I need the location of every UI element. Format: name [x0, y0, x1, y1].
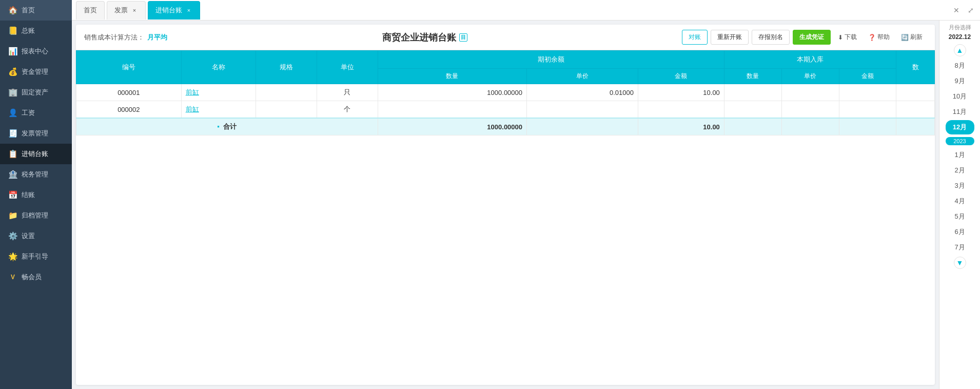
cell-in-amount: [839, 84, 896, 101]
cell-spec: [256, 84, 317, 101]
sidebar-item-label: 设置: [22, 231, 35, 241]
month-item-10[interactable]: 10月: [946, 89, 974, 104]
cost-method-label: 销售成本计算方法：: [84, 33, 144, 42]
col-period-in: 本期入库: [724, 51, 896, 69]
assets-icon: 🏢: [8, 88, 17, 97]
total-in-amount: [839, 118, 896, 135]
total-in-qty: [724, 118, 781, 135]
month-item-3[interactable]: 3月: [946, 179, 974, 193]
month-item-5[interactable]: 5月: [946, 209, 974, 224]
sidebar-item-payroll[interactable]: 👤 工资: [0, 103, 72, 123]
sidebar-item-assets[interactable]: 🏢 固定资产: [0, 82, 72, 103]
sidebar-item-label: 首页: [22, 6, 35, 15]
title-info-icon[interactable]: 目: [459, 33, 467, 42]
col-init-qty: 数量: [378, 69, 526, 84]
toolbar-left: 销售成本计算方法： 月平均: [84, 33, 167, 42]
tab-invoice-close[interactable]: ×: [131, 7, 138, 14]
reopen-button[interactable]: 重新开账: [711, 30, 749, 45]
month-picker-title: 月份选择: [949, 24, 971, 31]
refresh-button[interactable]: 🔄 刷新: [897, 31, 927, 44]
month-item-2[interactable]: 2月: [946, 163, 974, 178]
sidebar-item-close[interactable]: 📅 结账: [0, 185, 72, 205]
tax-icon: 🏦: [8, 170, 17, 179]
help-button[interactable]: ❓ 帮助: [864, 31, 894, 44]
month-item-1[interactable]: 1月: [946, 148, 974, 162]
sidebar-item-label: 畅会员: [22, 273, 42, 282]
cell-init-qty: 1000.00000: [378, 84, 526, 101]
ledger-icon: 📒: [8, 26, 17, 35]
cell-extra: [896, 101, 935, 119]
sidebar-item-archive[interactable]: 📁 归档管理: [0, 205, 72, 226]
month-item-7[interactable]: 7月: [946, 240, 974, 255]
sidebar-item-home[interactable]: 🏠 首页: [0, 0, 72, 21]
sidebar-item-invoice-mgmt[interactable]: 🧾 发票管理: [0, 123, 72, 144]
cost-method-value: 月平均: [147, 33, 167, 42]
tab-home-label: 首页: [84, 6, 97, 15]
main-content: 销售成本计算方法： 月平均 商贸企业进销台账 目 对账 重新开账 存报别名 生成…: [76, 25, 935, 385]
cell-in-amount: [839, 101, 896, 119]
reconcile-button[interactable]: 对账: [682, 30, 708, 45]
download-icon: ⬇: [838, 34, 843, 41]
col-in-price: 单价: [781, 69, 839, 84]
month-item-8[interactable]: 8月: [946, 59, 974, 73]
total-icon: ▪: [217, 123, 220, 130]
home-icon: 🏠: [8, 6, 17, 15]
table-row: 000002 前缸 个: [76, 101, 935, 119]
window-controls: ✕ ⤢: [951, 5, 976, 15]
help-icon: ❓: [868, 34, 876, 41]
sidebar-item-label: 资金管理: [22, 67, 48, 76]
col-in-amount: 金额: [839, 69, 896, 84]
main-table: 编号 名称 规格 单位 期初余额 本期入库 数 数量 单价 金额 数: [76, 50, 935, 135]
col-period-initial: 期初余额: [378, 51, 724, 69]
month-item-11[interactable]: 11月: [946, 105, 974, 119]
window-close-button[interactable]: ✕: [951, 5, 962, 15]
month-item-6[interactable]: 6月: [946, 225, 974, 239]
month-item-4[interactable]: 4月: [946, 194, 974, 208]
sidebar-item-guide[interactable]: 🌟 新手引导: [0, 246, 72, 267]
toolbar-right: 对账 重新开账 存报别名 生成凭证 ⬇ 下载 ❓ 帮助 🔄 刷新: [682, 30, 927, 45]
download-button[interactable]: ⬇ 下载: [834, 31, 861, 44]
month-item-12[interactable]: 12月: [946, 120, 974, 134]
month-prev-button[interactable]: ▲: [954, 44, 966, 56]
sidebar-item-member[interactable]: V 畅会员: [0, 267, 72, 287]
reports-icon: 📊: [8, 47, 17, 56]
month-item-9[interactable]: 9月: [946, 74, 974, 88]
cell-name: 前缸: [181, 84, 256, 101]
month-next-button[interactable]: ▼: [954, 257, 966, 269]
sidebar-item-label: 新手引导: [22, 252, 48, 261]
tab-invoice[interactable]: 发票 ×: [107, 1, 146, 20]
sidebar-item-label: 工资: [22, 108, 35, 118]
cell-init-price: 0.01000: [527, 84, 638, 101]
sidebar-item-funds[interactable]: 💰 资金管理: [0, 62, 72, 82]
sidebar-item-reports[interactable]: 📊 报表中心: [0, 41, 72, 62]
tab-home[interactable]: 首页: [76, 1, 105, 20]
col-name: 名称: [181, 51, 256, 84]
sidebar-item-label: 总账: [22, 26, 35, 35]
member-icon: V: [8, 274, 17, 281]
page-title: 商贸企业进销台账 目: [171, 31, 678, 44]
table-row: 000001 前缸 只 1000.00000 0.01000 10.00: [76, 84, 935, 101]
save-as-button[interactable]: 存报别名: [752, 30, 790, 45]
total-label: ▪ 合计: [76, 118, 378, 135]
sidebar: 🏠 首页 📒 总账 📊 报表中心 💰 资金管理 🏢 固定资产 👤 工资 🧾 发票…: [0, 0, 72, 389]
close-period-icon: 📅: [8, 190, 17, 200]
sidebar-item-label: 固定资产: [22, 88, 48, 97]
cell-unit: 只: [317, 84, 378, 101]
tab-purchase-sales-close[interactable]: ×: [185, 7, 192, 14]
sidebar-item-ledger[interactable]: 📒 总账: [0, 21, 72, 41]
generate-voucher-button[interactable]: 生成凭证: [793, 30, 831, 45]
cell-name: 前缸: [181, 101, 256, 119]
window-maximize-button[interactable]: ⤢: [966, 5, 976, 15]
col-extra: 数: [896, 51, 935, 84]
table-wrapper: 编号 名称 规格 单位 期初余额 本期入库 数 数量 单价 金额 数: [76, 50, 935, 385]
tab-purchase-sales[interactable]: 进销台账 ×: [148, 1, 200, 20]
sidebar-item-purchase-sales[interactable]: 📋 进销台账: [0, 144, 72, 164]
sidebar-item-tax[interactable]: 🏦 税务管理: [0, 164, 72, 185]
cell-in-price: [781, 101, 839, 119]
sidebar-item-label: 报表中心: [22, 47, 48, 56]
sidebar-item-settings[interactable]: ⚙️ 设置: [0, 226, 72, 246]
total-extra: [896, 118, 935, 135]
cell-code: 000002: [76, 101, 182, 119]
cell-in-price: [781, 84, 839, 101]
total-init-price: [527, 118, 638, 135]
